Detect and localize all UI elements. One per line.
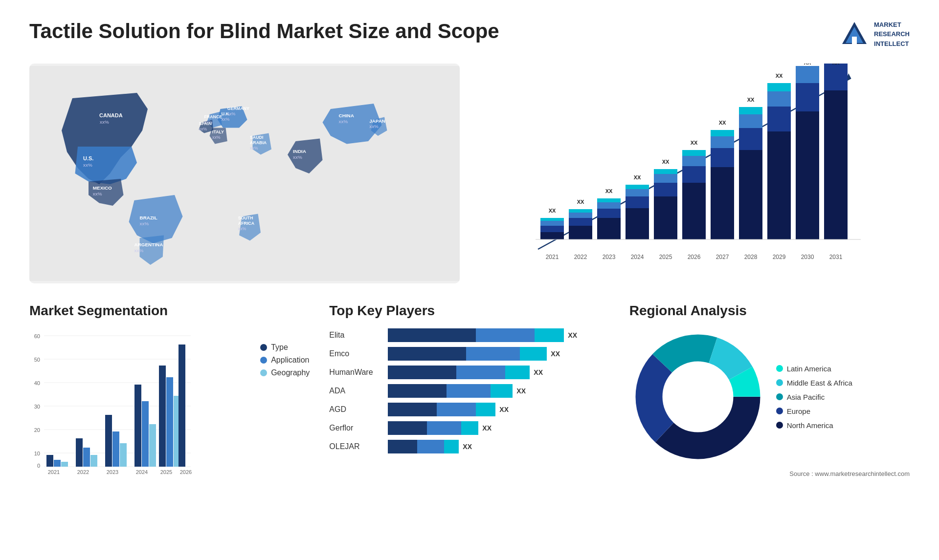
player-value-gerflor: XX	[482, 424, 492, 432]
svg-text:2026: 2026	[180, 469, 192, 475]
svg-rect-86	[767, 131, 791, 239]
apac-dot	[776, 393, 783, 400]
bar-ada-seg1	[388, 384, 447, 398]
regional-legend: Latin America Middle East & Africa Asia …	[776, 365, 852, 430]
svg-rect-83	[739, 107, 762, 114]
player-bar-ada: XX	[388, 384, 609, 398]
svg-text:XX: XX	[719, 120, 726, 126]
seg-legend-geography: Geography	[260, 368, 310, 377]
page-container: Tactile Solution for Blind Market Size a…	[0, 0, 939, 560]
bar-gerflor	[388, 421, 478, 435]
player-row-olejar: OLEJAR XX	[329, 440, 609, 453]
svg-rect-124	[61, 462, 68, 467]
svg-text:GERMANY: GERMANY	[227, 106, 249, 111]
svg-rect-57	[626, 196, 649, 208]
legend-label-north-america: North America	[787, 421, 833, 430]
svg-text:CANADA: CANADA	[99, 112, 123, 118]
svg-text:60: 60	[34, 333, 40, 339]
latin-dot	[776, 365, 783, 372]
map-container: CANADA xx% U.S. xx% MEXICO xx% BRAZIL xx…	[29, 64, 460, 283]
svg-rect-58	[626, 189, 649, 196]
bar-gerflor-seg2	[427, 421, 461, 435]
bar-ada-seg2	[447, 384, 491, 398]
legend-item-latin: Latin America	[776, 365, 852, 373]
page-title: Tactile Solution for Blind Market Size a…	[29, 20, 499, 43]
svg-text:xx%: xx%	[100, 119, 109, 125]
legend-label-europe: Europe	[787, 407, 810, 415]
svg-text:2024: 2024	[631, 254, 644, 260]
svg-text:xx%: xx%	[227, 111, 236, 116]
svg-text:FRANCE: FRANCE	[204, 114, 223, 119]
svg-rect-52	[597, 202, 621, 209]
bar-olejar-seg1	[388, 440, 417, 453]
bar-gerflor-seg3	[461, 421, 478, 435]
svg-text:2025: 2025	[659, 254, 672, 260]
player-value-olejar: XX	[463, 443, 472, 451]
svg-rect-122	[46, 455, 53, 467]
bar-emco-seg2	[466, 347, 520, 361]
svg-rect-2	[852, 37, 857, 44]
player-value-humanware: XX	[534, 368, 543, 376]
bar-chart-svg: XX 2021 XX 2022 XX 2023	[479, 64, 910, 269]
player-name-ada: ADA	[329, 387, 383, 395]
svg-text:xx%: xx%	[83, 162, 92, 168]
player-bar-elita: XX	[388, 328, 609, 342]
legend-label-mea: Middle East & Africa	[787, 379, 852, 387]
bar-emco	[388, 347, 547, 361]
svg-text:2025: 2025	[160, 469, 172, 475]
player-bar-gerflor: XX	[388, 421, 609, 435]
svg-rect-93	[796, 83, 819, 111]
svg-text:xx%: xx%	[293, 154, 302, 160]
svg-rect-97	[824, 90, 848, 239]
bar-elita-seg3	[535, 328, 564, 342]
svg-rect-129	[112, 431, 119, 467]
player-bar-humanware: XX	[388, 366, 609, 379]
svg-rect-63	[654, 183, 677, 196]
svg-rect-47	[569, 209, 592, 213]
svg-text:2029: 2029	[773, 254, 786, 260]
svg-rect-50	[597, 218, 621, 239]
regional-container: Latin America Middle East & Africa Asia …	[629, 328, 910, 465]
bar-emco-seg3	[520, 347, 547, 361]
svg-rect-82	[739, 114, 762, 128]
player-bar-olejar: XX	[388, 440, 609, 453]
logo-text: MARKET RESEARCH INTELLECT	[874, 20, 910, 49]
svg-text:XX: XX	[691, 140, 698, 146]
svg-rect-126	[83, 448, 90, 467]
player-value-agd: XX	[499, 406, 509, 413]
svg-rect-134	[159, 366, 166, 467]
svg-rect-88	[767, 91, 791, 107]
svg-text:xx%: xx%	[212, 135, 221, 140]
svg-text:XX: XX	[605, 188, 613, 194]
bar-humanware-seg2	[456, 366, 505, 379]
svg-text:2021: 2021	[546, 254, 559, 260]
svg-text:xx%: xx%	[140, 221, 149, 226]
svg-text:BRAZIL: BRAZIL	[140, 215, 157, 220]
europe-dot	[776, 408, 783, 414]
players-section: Top Key Players Elita XX	[329, 303, 609, 477]
geography-dot	[260, 369, 267, 376]
svg-text:0: 0	[37, 463, 40, 469]
player-name-agd: AGD	[329, 405, 383, 414]
bar-gerflor-seg1	[388, 421, 427, 435]
seg-legend: Type Application Geography	[260, 328, 310, 377]
svg-rect-41	[540, 218, 564, 221]
svg-rect-77	[711, 130, 734, 136]
svg-text:CHINA: CHINA	[339, 113, 354, 118]
type-dot	[260, 344, 267, 351]
svg-rect-70	[682, 156, 706, 166]
seg-legend-list: Type Application Geography	[260, 343, 310, 377]
svg-rect-92	[796, 111, 819, 239]
svg-text:JAPAN: JAPAN	[369, 118, 385, 124]
svg-text:U.S.: U.S.	[83, 155, 93, 161]
svg-text:xx%: xx%	[250, 146, 258, 151]
north-america-dot	[776, 422, 783, 429]
player-row-ada: ADA XX	[329, 384, 609, 398]
legend-item-apac: Asia Pacific	[776, 393, 852, 401]
svg-rect-56	[626, 208, 649, 239]
seg-chart-area: 60 50 40 30 20 10 0	[29, 328, 310, 477]
svg-rect-87	[767, 107, 791, 131]
svg-text:xx%: xx%	[93, 191, 102, 196]
bar-humanware-seg3	[505, 366, 530, 379]
svg-text:INDIA: INDIA	[293, 149, 306, 154]
